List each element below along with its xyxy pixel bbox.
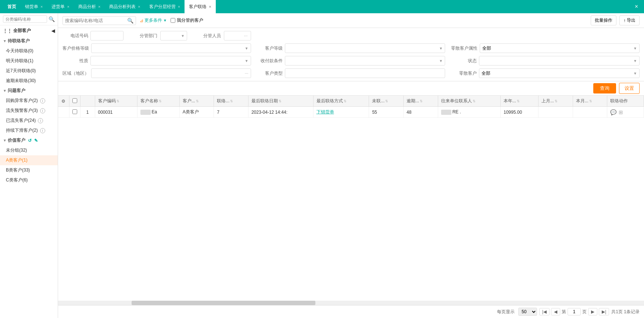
customer-type-input[interactable]	[285, 68, 446, 78]
nav-tab-analysis[interactable]: 商品分析 ×	[74, 0, 105, 13]
unit-contact-sort-icon[interactable]: ⇅	[473, 99, 476, 103]
select-all-checkbox[interactable]	[72, 98, 77, 103]
problem-customers-header[interactable]: ▼ 问题客户	[0, 86, 58, 96]
customer-grade-chevron: ▼	[439, 46, 443, 50]
nav-tab-analysis-list[interactable]: 商品分析列表 ×	[105, 0, 144, 13]
sidebar-item-7days[interactable]: 近7天待联络(0)	[0, 66, 58, 76]
edit-value-icon[interactable]: ✎	[34, 138, 38, 143]
row-name[interactable]: Ea	[137, 107, 179, 118]
last-method-sort-icon[interactable]: ⇅	[344, 99, 347, 103]
th-overdue: 逾期...⇅	[404, 96, 438, 107]
row-last-method[interactable]: 下销货单	[313, 107, 369, 118]
sidebar-item-today[interactable]: 今天待联络(0)	[0, 46, 58, 56]
row-check[interactable]	[69, 107, 80, 118]
declining-info-icon[interactable]: i	[40, 128, 45, 133]
region-dots[interactable]: ···	[245, 71, 248, 76]
7days-label: 近7天待联络(0)	[6, 68, 36, 74]
close-all-icon[interactable]: ×	[632, 3, 641, 10]
scatter-customer-select[interactable]: 全部 ▼	[479, 68, 640, 78]
sidebar-search-input[interactable]	[3, 15, 47, 23]
settings-button[interactable]: 设置	[619, 83, 640, 94]
pending-contact-header[interactable]: ▼ 待联络客户	[0, 36, 58, 46]
close-sales-icon[interactable]: ×	[40, 4, 43, 9]
type-sort-icon[interactable]: ⇅	[196, 99, 199, 103]
dept-chevron: ▼	[181, 34, 185, 38]
horizontal-scrollbar[interactable]	[58, 301, 644, 305]
next-page-button[interactable]: ▶	[588, 308, 597, 315]
filter-search-icon[interactable]: 🔍	[127, 18, 133, 24]
refresh-value-icon[interactable]: ↺	[28, 138, 32, 143]
customer-grade-select[interactable]: ▼	[285, 43, 446, 53]
sidebar-item-rebuy-abnormal[interactable]: 回购异常客户(2) i	[0, 96, 58, 106]
sidebar-item-declining[interactable]: 持续下滑客户(2) i	[0, 126, 58, 135]
dept-select[interactable]: ▼	[160, 31, 187, 40]
batch-op-button[interactable]: 批量操作	[591, 15, 616, 25]
last-date-sort-icon[interactable]: ⇅	[279, 99, 282, 103]
price-grade-select[interactable]: ▼	[91, 43, 251, 53]
rebuy-info-icon[interactable]: i	[40, 98, 45, 103]
close-customer-contact-icon[interactable]: ×	[209, 4, 211, 9]
close-analysis-icon[interactable]: ×	[98, 4, 100, 9]
sidebar-item-tomorrow[interactable]: 明天待联络(1)	[0, 56, 58, 66]
th-check[interactable]	[69, 96, 80, 107]
nature-select[interactable]: ▼	[90, 56, 251, 66]
first-page-button[interactable]: |◀	[539, 308, 550, 315]
status-select[interactable]: ▼	[479, 56, 640, 66]
sidebar-item-lost[interactable]: 已流失客户(24) i	[0, 116, 58, 126]
sidebar-item-class-a[interactable]: A类客户(1)	[0, 155, 58, 165]
nav-tab-customer-contact[interactable]: 客户联络 ×	[185, 0, 215, 13]
th-settings[interactable]: ⚙	[58, 96, 69, 107]
code-sort-icon[interactable]: ⇅	[117, 99, 119, 103]
sidebar-item-overdue[interactable]: 逾期未联络(30)	[0, 76, 58, 86]
close-purchase-icon[interactable]: ×	[67, 4, 69, 9]
my-customers-checkbox-area[interactable]: 我分管的客户	[171, 17, 203, 24]
this-year-sort-icon[interactable]: ⇅	[517, 99, 520, 103]
prev-page-button[interactable]: ◀	[551, 308, 560, 315]
name-sort-icon[interactable]: ⇅	[159, 99, 162, 103]
phone-input[interactable]	[90, 31, 124, 40]
nav-tab-customer-mgmt[interactable]: 客户分层经营 ×	[145, 0, 185, 13]
sidebar-search-icon[interactable]: 🔍	[49, 16, 55, 22]
lost-info-icon[interactable]: i	[38, 118, 43, 123]
payment-select[interactable]: ▼	[285, 56, 446, 66]
scatter-attr-select[interactable]: 全部 ▼	[480, 43, 640, 53]
close-analysis-list-icon[interactable]: ×	[138, 4, 140, 9]
loss-warning-info-icon[interactable]: i	[40, 108, 45, 113]
nav-tab-sales[interactable]: 销货单 ×	[21, 0, 47, 13]
nav-tab-home[interactable]: 首页	[3, 0, 21, 13]
last-month-sort-icon[interactable]: ⇅	[555, 99, 558, 103]
nav-tab-purchase[interactable]: 进货单 ×	[47, 0, 74, 13]
nature-chevron: ▼	[245, 59, 248, 63]
this-month-sort-icon[interactable]: ⇅	[589, 99, 592, 103]
query-button[interactable]: 查询	[593, 83, 616, 93]
row-checkbox[interactable]	[72, 109, 77, 114]
collapse-all-icon[interactable]: ◀	[51, 28, 55, 33]
th-type: 客户...⇅	[179, 96, 214, 107]
scrollbar-thumb[interactable]	[132, 301, 315, 305]
contact-sort-icon[interactable]: ⇅	[230, 99, 233, 103]
row-code[interactable]: 000031	[95, 107, 137, 118]
message-icon[interactable]: 💬	[610, 109, 616, 115]
row-action: 💬 ⊞	[607, 107, 644, 118]
sidebar-item-loss-warning[interactable]: 流失预警客户(3) i	[0, 106, 58, 116]
person-select[interactable]: ···	[224, 31, 251, 40]
my-customers-checkbox[interactable]	[171, 18, 175, 23]
no-contact-sort-icon[interactable]: ⇅	[385, 99, 388, 103]
filter-search-input[interactable]	[65, 18, 126, 23]
export-button[interactable]: ↑ 导出	[619, 15, 640, 25]
close-customer-mgmt-icon[interactable]: ×	[178, 4, 180, 9]
all-customers-header[interactable]: ⋮⋮ 全部客户 ◀	[0, 25, 58, 36]
sidebar-item-class-c[interactable]: C类客户(6)	[0, 175, 58, 185]
value-customers-header[interactable]: ▼ 价值客户 ↺ ✎	[0, 135, 58, 145]
link-icon[interactable]: ⊞	[619, 109, 623, 115]
page-input[interactable]	[568, 308, 581, 315]
more-filter-label: 更多条件	[144, 17, 162, 24]
more-filter-btn[interactable]: ⊿ 更多条件 ▼	[140, 17, 167, 24]
region-select[interactable]: ···	[91, 68, 251, 78]
last-page-button[interactable]: ▶|	[599, 308, 609, 315]
sidebar-item-class-b[interactable]: B类客户(33)	[0, 165, 58, 175]
overdue-sort-icon[interactable]: ⇅	[420, 99, 423, 103]
last-method-link[interactable]: 下销货单	[316, 109, 334, 114]
page-size-select[interactable]: 50 100	[518, 308, 537, 316]
sidebar-item-ungrouped[interactable]: 未分组(32)	[0, 145, 58, 155]
